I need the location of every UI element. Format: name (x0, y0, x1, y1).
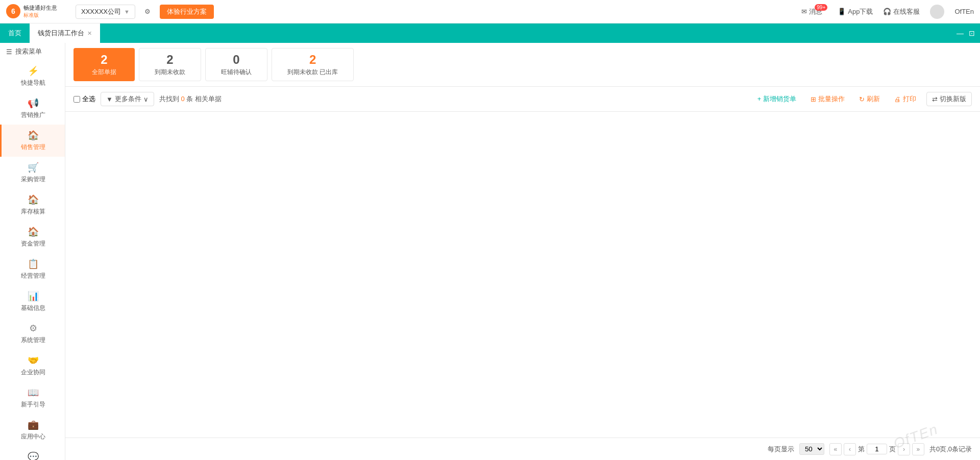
sidebar-item-wechat[interactable]: 💬 企业微信 (0, 446, 65, 460)
card-overdue-out-label: 到期未收款 已出库 (287, 68, 338, 77)
basic-info-icon: 📊 (28, 290, 39, 302)
lightning-icon: ⚡ (28, 65, 39, 77)
prev-page-button[interactable]: ‹ (844, 443, 856, 455)
sidebar-item-capital[interactable]: 🏠 资金管理 (0, 221, 65, 253)
per-page-select[interactable]: 50 (799, 443, 824, 455)
sidebar-item-sales[interactable]: 🏠 销售管理 (0, 125, 65, 157)
tab-close-icon[interactable]: ✕ (87, 30, 92, 37)
card-pending[interactable]: 0 旺辅待确认 (205, 48, 267, 81)
card-overdue[interactable]: 2 到期未收款 (139, 48, 201, 81)
card-overdue-out-number: 2 (309, 53, 316, 67)
search-menu-label: 搜索菜单 (15, 47, 42, 56)
card-all[interactable]: 2 全部单据 (74, 48, 135, 81)
sidebar-item-quick-nav[interactable]: ⚡ 快捷导航 (0, 60, 65, 92)
capital-icon: 🏠 (28, 226, 39, 237)
user-name: OfTEn (954, 8, 974, 15)
sales-icon: 🏠 (28, 130, 39, 141)
logo-area: 6 畅捷通好生意 标准版 (6, 4, 71, 18)
next-page-button[interactable]: › (898, 443, 910, 455)
app-center-icon: 💼 (28, 419, 39, 430)
card-overdue-label: 到期未收款 (155, 68, 185, 77)
card-all-label: 全部单据 (92, 68, 116, 77)
gear-icon: ⚙ (144, 8, 151, 15)
nav-tabs: 首页 钱货日清工作台 ✕ — ⊡ (0, 23, 980, 43)
print-button[interactable]: 🖨 打印 (890, 92, 920, 106)
toolbar: 全选 ▼ 更多条件 ∨ 共找到 0 条 相关单据 + 新增销货单 (65, 87, 980, 112)
chevron-down-filter-icon: ∨ (143, 95, 149, 103)
select-all-checkbox[interactable]: 全选 (74, 94, 95, 104)
operations-icon: 📋 (28, 258, 39, 270)
quick-nav-label: 快捷导航 (21, 79, 45, 87)
sidebar-item-purchase[interactable]: 🛒 采购管理 (0, 157, 65, 189)
trial-button[interactable]: 体验行业方案 (160, 5, 214, 19)
found-count-text: 共找到 0 条 相关单据 (159, 94, 222, 104)
page-navigation: « ‹ 第 页 › » (829, 443, 924, 455)
batch-ops-button[interactable]: ⊞ 批量操作 (806, 92, 849, 106)
card-overdue-out[interactable]: 2 到期未收款 已出库 (272, 48, 354, 81)
refresh-button[interactable]: ↻ 刷新 (855, 92, 884, 106)
megaphone-icon: 📢 (28, 98, 39, 109)
top-header: 6 畅捷通好生意 标准版 XXXXXX公司 ▼ ⚙ 体验行业方案 ✉ 消息 99… (0, 0, 980, 23)
inventory-icon: 🏠 (28, 194, 39, 205)
app-center-label: 应用中心 (21, 432, 45, 441)
header-right: ✉ 消息 99+ 📱 App下载 🎧 在线客服 OfTEn (801, 5, 974, 19)
app-subtitle: 标准版 (23, 12, 57, 19)
last-page-button[interactable]: » (912, 443, 924, 455)
message-button[interactable]: ✉ 消息 99+ (801, 7, 822, 16)
company-name: XXXXXX公司 (81, 7, 121, 16)
sidebar-item-guide[interactable]: 📖 新手引导 (0, 382, 65, 414)
sidebar-item-search[interactable]: ☰ 搜索菜单 (0, 43, 65, 60)
settings-button[interactable]: ⚙ (140, 5, 155, 19)
phone-icon: 📱 (838, 8, 846, 15)
tab-maximize-icon[interactable]: ⊡ (969, 29, 975, 37)
tab-minimize-icon[interactable]: — (957, 29, 964, 37)
select-all-label: 全选 (82, 94, 95, 104)
sidebar-item-marketing[interactable]: 📢 营销推广 (0, 92, 65, 125)
home-tab-label: 首页 (8, 29, 21, 38)
batch-icon: ⊞ (811, 95, 816, 103)
search-icon: ☰ (6, 48, 12, 56)
card-pending-number: 0 (233, 53, 239, 67)
sidebar-item-enterprise[interactable]: 🤝 企业协同 (0, 350, 65, 382)
page-total: 共0页,0条记录 (929, 445, 972, 454)
operations-label: 经营管理 (21, 272, 45, 280)
tab-home[interactable]: 首页 (0, 23, 30, 43)
sidebar-item-inventory[interactable]: 🏠 库存核算 (0, 189, 65, 221)
toolbar-right: + 新增销货单 ⊞ 批量操作 ↻ 刷新 🖨 打印 ⇄ 切换新版 (753, 92, 972, 106)
page-input[interactable] (867, 444, 887, 454)
app-download-button[interactable]: 📱 App下载 (838, 7, 873, 16)
company-selector[interactable]: XXXXXX公司 ▼ (76, 5, 135, 19)
sidebar-item-system[interactable]: ⚙ 系统管理 (0, 318, 65, 350)
sales-label: 销售管理 (21, 143, 45, 152)
summary-cards: 2 全部单据 2 到期未收款 0 旺辅待确认 2 到期未收款 已出库 (65, 43, 980, 87)
cart-icon: 🛒 (28, 162, 39, 173)
system-icon: ⚙ (29, 323, 37, 334)
data-area (65, 112, 980, 438)
found-number: 0 (181, 95, 185, 103)
page-prefix: 第 (858, 445, 865, 454)
guide-icon: 📖 (28, 387, 39, 398)
card-all-number: 2 (101, 53, 107, 67)
select-all-input[interactable] (74, 96, 80, 103)
capital-label: 资金管理 (21, 239, 45, 248)
avatar[interactable] (930, 5, 944, 19)
cash-work-tab-label: 钱货日清工作台 (38, 29, 84, 38)
sidebar-item-operations[interactable]: 📋 经营管理 (0, 253, 65, 285)
first-page-button[interactable]: « (829, 443, 842, 455)
card-pending-label: 旺辅待确认 (221, 68, 252, 77)
filter-icon: ▼ (106, 95, 113, 103)
add-sales-button[interactable]: + 新增销货单 (753, 92, 800, 106)
message-icon: ✉ (801, 8, 807, 15)
online-support-button[interactable]: 🎧 在线客服 (883, 7, 920, 16)
headset-icon: 🎧 (883, 8, 891, 15)
enterprise-label: 企业协同 (21, 368, 45, 377)
switch-new-button[interactable]: ⇄ 切换新版 (926, 92, 972, 106)
tab-cash-work[interactable]: 钱货日清工作台 ✕ (30, 23, 100, 43)
sidebar-item-app-center[interactable]: 💼 应用中心 (0, 414, 65, 446)
sidebar-item-basic-info[interactable]: 📊 基础信息 (0, 285, 65, 318)
guide-label: 新手引导 (21, 400, 45, 409)
more-filters-button[interactable]: ▼ 更多条件 ∨ (101, 92, 154, 106)
card-overdue-number: 2 (166, 53, 173, 67)
basic-info-label: 基础信息 (21, 304, 45, 312)
app-title: 畅捷通好生意 (23, 4, 57, 11)
